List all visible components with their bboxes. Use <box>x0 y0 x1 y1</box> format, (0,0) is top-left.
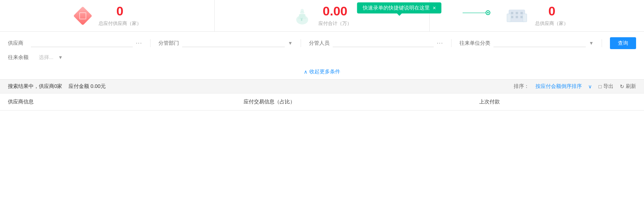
col-transaction-header: 应付交易信息（占比） <box>244 98 479 105</box>
department-input[interactable] <box>182 39 285 47</box>
collapse-button[interactable]: ∧ 收起更多条件 <box>304 68 340 75</box>
balance-placeholder: 选择... <box>39 54 53 61</box>
table-header: 供应商信息 应付交易信息（占比） 上次付款 <box>0 93 644 111</box>
refresh-label: 刷新 <box>626 83 636 90</box>
stat-total-suppliers: 0 总供应商（家） <box>430 0 644 31</box>
refresh-button[interactable]: ↻ 刷新 <box>620 83 636 90</box>
unit-type-arrow[interactable]: ▼ <box>589 40 594 46</box>
unit-type-input[interactable] <box>493 39 586 47</box>
building-icon <box>505 8 529 24</box>
person-dots-btn[interactable]: ··· <box>437 40 443 47</box>
svg-point-2 <box>301 9 304 12</box>
department-label: 分管部门 <box>158 40 179 47</box>
department-arrow[interactable]: ▼ <box>288 40 293 46</box>
payable-suppliers-label: 总应付供应商（家） <box>99 20 141 27</box>
svg-rect-12 <box>523 14 527 22</box>
payable-total-label: 应付合计（万） <box>318 20 352 27</box>
stat-payable-suppliers: 0 总应付供应商（家） <box>0 0 215 31</box>
results-text: 搜索结果中，供应商0家 <box>8 83 62 89</box>
svg-point-1 <box>299 13 306 17</box>
filter-row-1: 供应商 ··· 分管部门 ▼ 分管人员 ··· 往来单位分类 ▼ 查询 <box>8 37 636 49</box>
export-button[interactable]: □ 导出 <box>598 83 614 90</box>
svg-rect-6 <box>516 12 518 14</box>
person-label: 分管人员 <box>309 40 330 47</box>
svg-rect-8 <box>511 16 513 18</box>
sort-label: 排序： <box>514 83 529 90</box>
sort-value[interactable]: 按应付会额倒序排序 <box>535 83 582 90</box>
tooltip-bubble: 快速录单的快捷键说明在这里 × <box>357 2 442 13</box>
results-amount: 应付金额 0.00元 <box>69 83 106 89</box>
stats-bar: 0 总应付供应商（家） ¥ 0.00 应付合计（万） 快速录单的快捷键说明在这里… <box>0 0 644 32</box>
filter-person: 分管人员 ··· <box>309 39 452 47</box>
collapse-label: 收起更多条件 <box>309 68 340 75</box>
moneybag-icon: ¥ <box>292 6 312 26</box>
filter-row-2: 往来余额 选择... ▼ <box>8 54 636 61</box>
col-payment-header: 上次付款 <box>479 98 636 105</box>
refresh-icon: ↻ <box>620 84 624 90</box>
person-input[interactable] <box>333 39 434 47</box>
unit-type-label: 往来单位分类 <box>459 40 490 47</box>
supplier-dots-btn[interactable]: ··· <box>136 40 142 47</box>
filter-department: 分管部门 ▼ <box>158 39 301 47</box>
diamond-icon <box>73 6 92 25</box>
svg-rect-11 <box>507 14 511 22</box>
collapse-icon: ∧ <box>304 69 308 75</box>
tooltip-close-btn[interactable]: × <box>433 5 436 11</box>
tooltip-connector <box>463 11 490 14</box>
table-body <box>0 111 644 204</box>
filter-unit-type: 往来单位分类 ▼ <box>459 39 602 47</box>
filter-balance: 往来余额 选择... ▼ <box>8 54 63 61</box>
collapse-bar: ∧ 收起更多条件 <box>8 66 636 79</box>
svg-rect-7 <box>520 12 523 14</box>
tooltip-text: 快速录单的快捷键说明在这里 <box>363 4 430 11</box>
col-supplier-header: 供应商信息 <box>8 98 244 105</box>
filter-supplier: 供应商 ··· <box>8 39 151 47</box>
svg-rect-9 <box>516 16 518 18</box>
supplier-label: 供应商 <box>8 40 28 47</box>
results-info: 搜索结果中，供应商0家 应付金额 0.00元 <box>8 83 106 90</box>
export-icon: □ <box>598 84 602 90</box>
total-suppliers-label: 总供应商（家） <box>535 20 568 27</box>
results-actions: 排序： 按应付会额倒序排序 ∨ □ 导出 ↻ 刷新 <box>514 83 636 90</box>
total-suppliers-value: 0 <box>548 4 555 18</box>
svg-rect-5 <box>511 12 513 14</box>
balance-arrow[interactable]: ▼ <box>58 55 63 60</box>
svg-rect-10 <box>520 16 523 18</box>
search-button[interactable]: 查询 <box>610 37 636 49</box>
balance-label: 往来余额 <box>8 54 29 61</box>
filters-area: 供应商 ··· 分管部门 ▼ 分管人员 ··· 往来单位分类 ▼ 查询 往来余额 <box>0 32 644 80</box>
results-bar: 搜索结果中，供应商0家 应付金额 0.00元 排序： 按应付会额倒序排序 ∨ □… <box>0 80 644 93</box>
payable-total-value: 0.00 <box>323 4 347 18</box>
sort-arrow: ∨ <box>588 84 592 90</box>
export-label: 导出 <box>603 83 614 90</box>
supplier-input[interactable] <box>31 39 133 47</box>
payable-suppliers-value: 0 <box>116 4 124 18</box>
svg-text:¥: ¥ <box>301 17 303 22</box>
